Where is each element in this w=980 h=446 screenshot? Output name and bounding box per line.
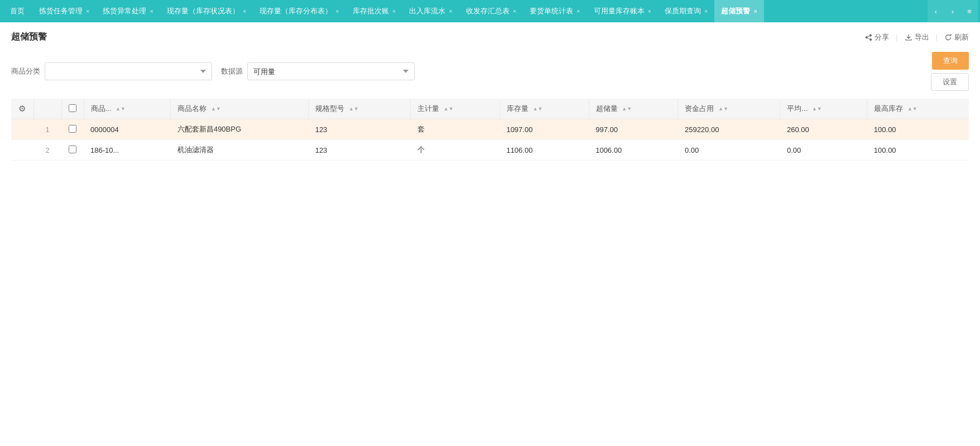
col-header-avg[interactable]: 平均... ▲▼ bbox=[780, 99, 867, 119]
row-index-1: 2 bbox=[33, 140, 61, 161]
top-navigation: 首页 拣货任务管理 × 拣货异常处理 × 现存量（库存状况表） × 现存量（库存… bbox=[0, 0, 980, 22]
row-stock-1: 1106.00 bbox=[499, 140, 589, 161]
tab-11[interactable]: 超储预警 × bbox=[714, 0, 763, 22]
page-title: 超储预警 bbox=[11, 31, 47, 43]
close-tab-4[interactable]: × bbox=[335, 8, 339, 14]
col-header-product-name[interactable]: 商品名称 ▲▼ bbox=[171, 99, 309, 119]
tab-8[interactable]: 要货单统计表 × bbox=[523, 0, 587, 22]
close-tab-6[interactable]: × bbox=[449, 8, 452, 14]
tab-3[interactable]: 现存量（库存状况表） × bbox=[160, 0, 253, 22]
row-spec-1: 123 bbox=[309, 140, 411, 161]
row-product-name-1: 机油滤清器 bbox=[171, 140, 309, 161]
sort-capital: ▲▼ bbox=[718, 106, 728, 112]
close-tab-7[interactable]: × bbox=[513, 8, 516, 14]
col-header-unit[interactable]: 主计量 ▲▼ bbox=[411, 99, 500, 119]
close-tab-11[interactable]: × bbox=[753, 8, 757, 14]
row-avg-0: 260.00 bbox=[780, 119, 867, 140]
tab-2[interactable]: 拣货异常处理 × bbox=[96, 0, 160, 22]
nav-home[interactable]: 首页 bbox=[2, 0, 32, 22]
close-tab-1[interactable]: × bbox=[86, 8, 89, 14]
sort-overstock: ▲▼ bbox=[622, 106, 632, 112]
row-overstock-1: 1006.00 bbox=[589, 140, 678, 161]
row-stock-0: 1097.00 bbox=[499, 119, 589, 140]
sort-avg: ▲▼ bbox=[812, 106, 822, 112]
share-button[interactable]: 分享 bbox=[864, 32, 889, 42]
row-select-checkbox-1[interactable] bbox=[69, 146, 76, 153]
export-icon bbox=[905, 33, 912, 41]
export-button[interactable]: 导出 bbox=[905, 32, 929, 42]
sort-unit: ▲▼ bbox=[444, 106, 454, 112]
close-tab-3[interactable]: × bbox=[243, 8, 246, 14]
page-container: 超储预警 分享 | 导出 | 刷新 bbox=[0, 22, 980, 446]
header-actions: 分享 | 导出 | 刷新 bbox=[864, 32, 969, 42]
row-settings-1 bbox=[11, 140, 33, 161]
refresh-icon bbox=[944, 33, 952, 41]
query-button[interactable]: 查询 bbox=[932, 52, 969, 70]
datasource-select[interactable]: 可用量 bbox=[247, 62, 415, 80]
nav-prev-button[interactable]: ‹ bbox=[928, 0, 944, 22]
col-header-settings[interactable]: ⚙ bbox=[11, 99, 33, 119]
tab-5[interactable]: 库存批次账 × bbox=[346, 0, 402, 22]
tab-9[interactable]: 可用量库存账本 × bbox=[587, 0, 658, 22]
table-row: 1 0000004 六配套新昌490BPG 123 套 1097.00 997.… bbox=[11, 119, 969, 140]
col-header-product-code[interactable]: 商品... ▲▼ bbox=[84, 99, 171, 119]
close-tab-10[interactable]: × bbox=[704, 8, 708, 14]
row-unit-1: 个 bbox=[411, 140, 500, 161]
sort-stock: ▲▼ bbox=[533, 106, 543, 112]
table-header-row: ⚙ 商品... ▲▼ 商品名称 ▲▼ 规格型号 ▲▼ bbox=[11, 99, 969, 119]
tab-7[interactable]: 收发存汇总表 × bbox=[459, 0, 523, 22]
refresh-button[interactable]: 刷新 bbox=[944, 32, 969, 42]
col-header-overstock[interactable]: 超储量 ▲▼ bbox=[589, 99, 678, 119]
col-header-spec[interactable]: 规格型号 ▲▼ bbox=[309, 99, 411, 119]
tab-1[interactable]: 拣货任务管理 × bbox=[32, 0, 96, 22]
setting-button[interactable]: 设置 bbox=[931, 73, 969, 91]
nav-more-button[interactable]: ≡ bbox=[961, 0, 978, 22]
filter-bar: 商品分类 数据源 可用量 查询 设置 bbox=[11, 52, 969, 91]
row-checkbox-0[interactable] bbox=[61, 119, 84, 140]
row-unit-0: 套 bbox=[411, 119, 500, 140]
datasource-filter: 数据源 可用量 bbox=[221, 62, 415, 80]
col-header-capital[interactable]: 资金占用 ▲▼ bbox=[678, 99, 780, 119]
header-divider1: | bbox=[896, 33, 897, 41]
row-select-checkbox-0[interactable] bbox=[69, 125, 76, 133]
share-icon bbox=[864, 33, 872, 41]
category-label: 商品分类 bbox=[11, 66, 40, 76]
category-select[interactable] bbox=[45, 62, 212, 80]
close-tab-8[interactable]: × bbox=[577, 8, 580, 14]
row-max-0: 100.00 bbox=[867, 119, 969, 140]
sort-product-code: ▲▼ bbox=[116, 106, 126, 112]
tab-4[interactable]: 现存量（库存分布表） × bbox=[253, 0, 345, 22]
table-body: 1 0000004 六配套新昌490BPG 123 套 1097.00 997.… bbox=[11, 119, 969, 161]
row-avg-1: 0.00 bbox=[780, 140, 867, 161]
row-capital-1: 0.00 bbox=[678, 140, 780, 161]
sort-product-name: ▲▼ bbox=[211, 106, 221, 112]
close-tab-9[interactable]: × bbox=[648, 8, 651, 14]
close-tab-2[interactable]: × bbox=[150, 8, 153, 14]
tab-6[interactable]: 出入库流水 × bbox=[402, 0, 459, 22]
col-header-stock[interactable]: 库存量 ▲▼ bbox=[499, 99, 589, 119]
row-max-1: 100.00 bbox=[867, 140, 969, 161]
table-row: 2 186-10... 机油滤清器 123 个 1106.00 1006.00 … bbox=[11, 140, 969, 161]
category-filter: 商品分类 bbox=[11, 62, 212, 80]
data-table: ⚙ 商品... ▲▼ 商品名称 ▲▼ 规格型号 ▲▼ bbox=[11, 99, 969, 161]
col-header-checkbox[interactable] bbox=[61, 99, 84, 119]
close-tab-5[interactable]: × bbox=[392, 8, 396, 14]
sort-spec: ▲▼ bbox=[349, 106, 359, 112]
col-header-index bbox=[33, 99, 61, 119]
row-product-code-1: 186-10... bbox=[84, 140, 171, 161]
row-product-name-0: 六配套新昌490BPG bbox=[171, 119, 309, 140]
datasource-label: 数据源 bbox=[221, 66, 243, 76]
row-index-0: 1 bbox=[33, 119, 61, 140]
row-spec-0: 123 bbox=[309, 119, 411, 140]
row-capital-0: 259220.00 bbox=[678, 119, 780, 140]
nav-next-button[interactable]: › bbox=[944, 0, 961, 22]
page-header: 超储预警 分享 | 导出 | 刷新 bbox=[11, 31, 969, 43]
settings-gear-icon[interactable]: ⚙ bbox=[18, 104, 26, 113]
col-header-max[interactable]: 最高库存 ▲▼ bbox=[867, 99, 969, 119]
row-product-code-0: 0000004 bbox=[84, 119, 171, 140]
row-settings-0 bbox=[11, 119, 33, 140]
row-checkbox-1[interactable] bbox=[61, 140, 84, 161]
sort-max: ▲▼ bbox=[907, 106, 917, 112]
tab-10[interactable]: 保质期查询 × bbox=[658, 0, 714, 22]
select-all-checkbox[interactable] bbox=[69, 104, 76, 112]
